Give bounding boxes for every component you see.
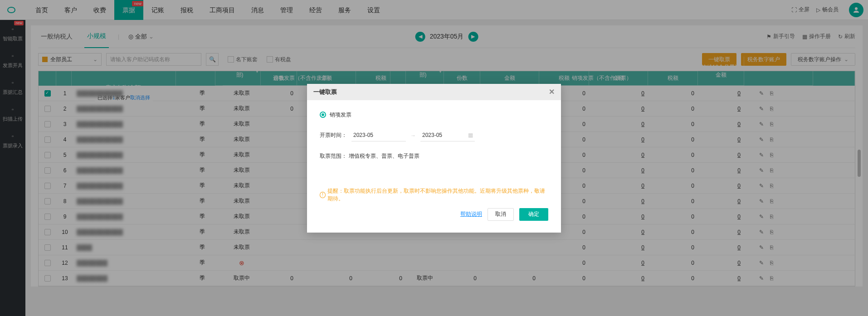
modal-header: 一键取票 ✕ bbox=[307, 84, 561, 100]
help-link[interactable]: 帮助说明 bbox=[460, 210, 482, 218]
modal-body: 销项发票 开票时间： 2023-05 → 2023-05 ▦ 取票范围： 增值税… bbox=[307, 100, 561, 233]
scope-label: 取票范围： bbox=[320, 152, 347, 160]
cancel-button[interactable]: 取消 bbox=[488, 208, 514, 221]
date-from-input[interactable]: 2023-05 bbox=[351, 130, 406, 141]
warning-icon: ! bbox=[320, 192, 326, 198]
date-row: 开票时间： 2023-05 → 2023-05 ▦ bbox=[320, 130, 548, 141]
radio-icon bbox=[320, 112, 326, 118]
date-label: 开票时间： bbox=[320, 131, 347, 139]
date-to-input[interactable]: 2023-05 ▦ bbox=[420, 130, 475, 141]
tip-row: ! 提醒：取票功能执行后台更新，取票时不影响您操作其他功能。近期将升级其他票种，… bbox=[320, 187, 548, 203]
close-icon[interactable]: ✕ bbox=[549, 88, 555, 96]
scope-value: 增值税专票、普票、电子普票 bbox=[349, 152, 419, 160]
scope-row: 取票范围： 增值税专票、普票、电子普票 bbox=[320, 152, 548, 160]
calendar-icon: ▦ bbox=[468, 132, 473, 138]
modal-title: 一键取票 bbox=[313, 88, 337, 96]
arrow-right-icon: → bbox=[410, 132, 416, 139]
invoice-type-radio[interactable]: 销项发票 bbox=[320, 111, 548, 119]
one-click-fetch-modal: 一键取票 ✕ 销项发票 开票时间： 2023-05 → 2023-05 ▦ 取票… bbox=[307, 84, 561, 233]
modal-footer: 帮助说明 取消 确定 bbox=[320, 208, 548, 229]
confirm-button[interactable]: 确定 bbox=[519, 208, 548, 221]
